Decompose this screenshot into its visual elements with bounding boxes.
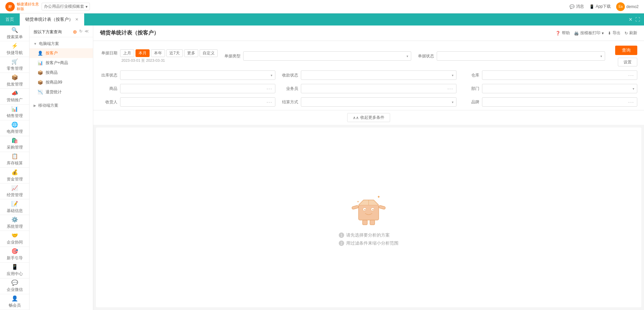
sidebar-item-appcenter[interactable]: 📱 应用中心 bbox=[0, 263, 29, 278]
scheme-group-desktop: ▼ 电脑端方案 👤 按客户 📊 按客户+商品 📦 按商品 📦 按商品 bbox=[30, 37, 93, 99]
marketing-icon: 📣 bbox=[11, 90, 18, 96]
brand-input[interactable]: ··· bbox=[482, 97, 637, 107]
avatar: Ea bbox=[616, 2, 625, 11]
doc-type-input[interactable]: ▾ bbox=[243, 51, 412, 61]
add-scheme-button[interactable]: ⊕ bbox=[73, 29, 77, 35]
sidebar-item-purchase[interactable]: 🛍️ 采购管理 bbox=[0, 136, 29, 152]
sidebar-item-sales[interactable]: 📊 销售管理 bbox=[0, 105, 29, 120]
newuser-icon: 🎯 bbox=[11, 248, 18, 254]
sidebar-item-member-label: 畅会员 bbox=[9, 303, 21, 308]
sidebar-item-basic[interactable]: 📝 基础信息 bbox=[0, 199, 29, 215]
filter-row-3: 商品 ··· 业务员 ··· 部门 bbox=[100, 84, 637, 93]
scheme-group-mobile-header[interactable]: ▶ 移动端方案 bbox=[30, 101, 93, 110]
date-btn-more[interactable]: 更多 bbox=[184, 49, 198, 57]
department-input[interactable]: ▾ bbox=[482, 84, 637, 93]
message-icon: 💬 bbox=[570, 4, 575, 9]
filter-department: 部门 ▾ bbox=[462, 84, 637, 93]
refresh-button[interactable]: ↻ 刷新 bbox=[625, 30, 637, 36]
sidebar-item-operations-label: 经营管理 bbox=[7, 192, 23, 198]
settlement-arrow-icon: ▾ bbox=[452, 100, 453, 104]
refresh-scheme-icon[interactable]: ↻ bbox=[79, 29, 83, 35]
product-label: 商品 bbox=[100, 86, 117, 92]
collapse-scheme-icon[interactable]: ≪ bbox=[85, 29, 89, 35]
salesperson-input[interactable]: ··· bbox=[301, 84, 456, 93]
help-icon: ❓ bbox=[555, 31, 560, 36]
collapse-row: ∧∧ 收起更多条件 bbox=[93, 110, 644, 125]
sidebar-item-enterprise[interactable]: 🤝 企业协同 bbox=[0, 231, 29, 247]
warehouse-input[interactable]: ··· bbox=[482, 70, 637, 80]
filter-settlement: 结算方式 ▾ bbox=[281, 97, 456, 107]
svg-text:✦: ✦ bbox=[357, 200, 359, 203]
tab-minimize-icon[interactable]: ✕ bbox=[629, 17, 633, 22]
doc-status-label: 单据状态 bbox=[417, 53, 434, 59]
export-button[interactable]: ⬇ 导出 bbox=[608, 30, 621, 36]
hint-num-2: 2 bbox=[339, 241, 344, 246]
wechat-icon: 💬 bbox=[11, 279, 18, 286]
scheme-header-actions: ⊕ ↻ ≪ bbox=[73, 29, 89, 35]
sidebar-item-marketing[interactable]: 📣 营销推广 bbox=[0, 89, 29, 104]
finance-icon: 💰 bbox=[11, 169, 18, 175]
consignee-label: 收货人 bbox=[100, 99, 117, 105]
sidebar-item-wholesale[interactable]: 📦 批发管理 bbox=[0, 73, 29, 89]
date-label: 单据日期 bbox=[100, 50, 117, 56]
system-icon: ⚙️ bbox=[11, 216, 18, 223]
tab-home[interactable]: 首页 bbox=[0, 13, 20, 25]
scheme-item-by-product-99[interactable]: 📦 按商品99 bbox=[30, 78, 93, 87]
scheme-item-by-customer-product[interactable]: 📊 按客户+商品 bbox=[30, 58, 93, 68]
date-btn-custom[interactable]: 自定义 bbox=[200, 49, 218, 57]
message-button[interactable]: 💬 消息 bbox=[570, 4, 584, 9]
sidebar-item-purchase-label: 采购管理 bbox=[7, 145, 23, 150]
department-label: 部门 bbox=[462, 86, 479, 92]
settings-button[interactable]: 设置 bbox=[618, 58, 637, 66]
filter-receipt-status: 收款状态 ▾ bbox=[281, 70, 456, 80]
tab-sales-stat[interactable]: 销货单统计表（按客户） ✕ bbox=[20, 13, 84, 25]
sidebar-item-wechat[interactable]: 💬 企业微信 bbox=[0, 278, 29, 294]
scheme-item-by-customer[interactable]: 👤 按客户 bbox=[30, 48, 93, 58]
tab-maximize-icon[interactable]: ⛶ bbox=[635, 17, 640, 22]
sidebar-item-search[interactable]: 🔍 搜索菜单 bbox=[0, 25, 29, 41]
date-btn-last-month[interactable]: 上月 bbox=[120, 49, 134, 57]
collapse-button[interactable]: ∧∧ 收起更多条件 bbox=[347, 113, 390, 122]
scheme-item-return-stat[interactable]: 📉 退货统计 bbox=[30, 87, 93, 97]
settlement-input[interactable]: ▾ bbox=[301, 97, 456, 107]
sidebar-item-retail-label: 零售管理 bbox=[7, 66, 23, 71]
sidebar-item-finance[interactable]: 💰 资金管理 bbox=[0, 168, 29, 184]
template-print-button[interactable]: 🖨️ 按模板打印 ▾ bbox=[574, 30, 604, 36]
industry-selector[interactable]: 办公用品行业模拟账套 ▾ bbox=[42, 3, 90, 10]
help-button[interactable]: ❓ 帮助 bbox=[555, 30, 570, 36]
date-btn-this-month[interactable]: 本月 bbox=[136, 49, 150, 57]
date-btn-this-year[interactable]: 本年 bbox=[151, 49, 165, 57]
sidebar-item-member[interactable]: 👤 畅会员 bbox=[0, 294, 29, 310]
sidebar-item-newuser[interactable]: 🎯 新手引导 bbox=[0, 247, 29, 263]
top-header: 好 畅捷通好生意 标版 办公用品行业模拟账套 ▾ 💬 消息 📱 App下载 Ea… bbox=[0, 0, 644, 13]
sidebar-item-retail[interactable]: 🛒 零售管理 bbox=[0, 57, 29, 73]
scheme-group-desktop-header[interactable]: ▼ 电脑端方案 bbox=[30, 39, 93, 48]
quick-nav-icon: ⚡ bbox=[11, 43, 18, 49]
main-layout: 🔍 搜索菜单 ⚡ 快捷导航 🛒 零售管理 📦 批发管理 📣 营销推广 📊 销售管… bbox=[0, 25, 644, 310]
sidebar-item-inventory[interactable]: 📋 库存核算 bbox=[0, 152, 29, 168]
tab-close-icon[interactable]: ✕ bbox=[75, 17, 78, 22]
sidebar-item-ecommerce[interactable]: 🌐 电商管理 bbox=[0, 120, 29, 136]
consignee-input[interactable]: ··· bbox=[120, 97, 275, 107]
query-button[interactable]: 查询 bbox=[615, 46, 637, 55]
salesperson-dots-icon: ··· bbox=[447, 86, 453, 91]
out-status-input[interactable]: ▾ bbox=[120, 70, 275, 80]
sidebar-item-ecommerce-label: 电商管理 bbox=[7, 129, 23, 135]
sidebar-item-enterprise-label: 企业协同 bbox=[7, 240, 23, 245]
date-btn-last-7days[interactable]: 近7天 bbox=[166, 49, 183, 57]
appcenter-icon: 📱 bbox=[11, 264, 18, 270]
sidebar-item-operations[interactable]: 📈 经营管理 bbox=[0, 184, 29, 199]
sidebar-item-quick-nav[interactable]: ⚡ 快捷导航 bbox=[0, 41, 29, 57]
doc-status-input[interactable]: ▾ bbox=[437, 51, 605, 61]
receipt-status-input[interactable]: ▾ bbox=[301, 70, 456, 80]
scheme-item-by-product[interactable]: 📦 按商品 bbox=[30, 68, 93, 78]
scheme-item-product99-icon: 📦 bbox=[38, 80, 43, 85]
receipt-status-label: 收款状态 bbox=[281, 72, 298, 78]
product-input[interactable]: ··· bbox=[120, 84, 275, 93]
chevron-down-icon: ▾ bbox=[86, 4, 88, 9]
sidebar-item-system[interactable]: ⚙️ 系统管理 bbox=[0, 215, 29, 231]
scheme-panel: 按以下方案查询 ⊕ ↻ ≪ ▼ 电脑端方案 👤 按客户 📊 bbox=[30, 25, 93, 310]
app-download-button[interactable]: 📱 App下载 bbox=[589, 4, 611, 9]
user-avatar-button[interactable]: Ea demo2 bbox=[616, 2, 639, 11]
print-icon: 🖨️ bbox=[574, 31, 579, 36]
